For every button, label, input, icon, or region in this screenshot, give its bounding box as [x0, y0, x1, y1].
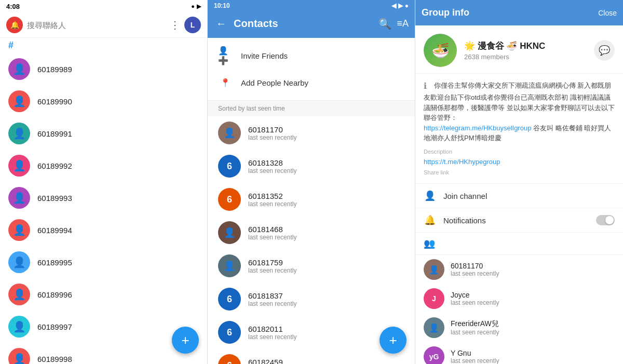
group-chat-button[interactable]: 💬 [594, 40, 615, 61]
p2-contact-name: 60181468 [248, 225, 296, 234]
description-link[interactable]: https://t.me/HKhypegroup [424, 158, 500, 166]
p3-member-item[interactable]: 👤 FreeriderAW兒 last seen recently [415, 313, 623, 342]
avatar-letter: 6 [227, 327, 232, 338]
p2-contact-list: 👤 60181170 last seen recently 6 60181328… [208, 116, 415, 364]
group-name-section: 🌟 漫食谷 🍜 HKNC 2638 members [464, 40, 545, 61]
back-button[interactable]: ← [214, 16, 228, 32]
p2-contact-status: last seen recently [248, 200, 296, 208]
p2-contact-item[interactable]: 6 60181328 last seen recently [208, 150, 415, 183]
p2-contact-item[interactable]: 👤 60181759 last seen recently [208, 249, 415, 282]
p2-contact-item[interactable]: 6 60181837 last seen recently [208, 282, 415, 316]
user-avatar[interactable]: L [184, 17, 201, 33]
contact-info: 60189989 [37, 65, 199, 74]
p2-contact-name: 60182011 [248, 325, 296, 333]
search-input[interactable] [27, 21, 166, 30]
status-icons-1: ● ▶ [191, 3, 201, 10]
person-icon: 👤 [13, 192, 26, 204]
member-avatar-photo: 👤 [429, 323, 439, 333]
p2-contact-item[interactable]: 6 60181352 last seen recently [208, 183, 415, 216]
group-link[interactable]: https://telegram.me/HKbuyselIgroup [424, 124, 531, 132]
p3-member-status: last seen recently [451, 270, 499, 277]
invite-friends-icon: 👤➕ [218, 48, 233, 63]
close-button[interactable]: Close [598, 9, 617, 17]
sort-contacts-button[interactable]: ≡A [397, 18, 409, 29]
signal-icon: ▶ [197, 3, 201, 10]
p2-contact-info: 60181328 last seen recently [248, 158, 296, 174]
p2-contact-info: 60181170 last seen recently [248, 125, 296, 141]
person-icon: 👤 [13, 95, 26, 107]
panel-contacts-main: 10:10 ◀ ▶ ● ← Contacts 🔍 ≡A 👤➕ Invite Fr… [208, 0, 415, 364]
contact-name: 60189989 [37, 65, 199, 74]
contact-item[interactable]: 👤 60189989 [0, 53, 207, 85]
p3-member-item[interactable]: yG Y Gnu last seen recently [415, 342, 623, 364]
p3-member-info: 60181170 last seen recently [451, 262, 499, 277]
contact-info: 60189998 [37, 355, 199, 363]
p3-member-avatar: yG [424, 346, 444, 364]
info-icon: ℹ [424, 82, 427, 90]
contact-avatar: 👤 [8, 155, 30, 177]
contact-name: 60189991 [37, 129, 199, 138]
contact-item[interactable]: 👤 60189993 [0, 182, 207, 214]
person-icon: 👤 [13, 127, 26, 140]
join-channel-label: Join channel [443, 192, 615, 200]
p2-contact-item[interactable]: 👤 60181170 last seen recently [208, 116, 415, 150]
contact-name: 60189994 [37, 226, 199, 235]
p3-member-item[interactable]: J Joyce last seen recently [415, 284, 623, 313]
contact-list: 👤 60189989 👤 60189990 👤 60189991 👤 60189… [0, 53, 207, 364]
person-icon: 👤 [13, 320, 26, 333]
join-icon: 👤 [424, 190, 436, 201]
avatar-photo-placeholder: 👤 [224, 227, 235, 238]
group-info-title-row: Group info Close [422, 4, 617, 21]
avatar-letter: 6 [227, 161, 232, 172]
contact-item[interactable]: 👤 60189990 [0, 85, 207, 117]
notifications-row[interactable]: 🔔 Notifications [415, 208, 623, 233]
join-channel-row[interactable]: 👤 Join channel [415, 184, 623, 208]
status-bar-1: 4:08 ● ▶ [0, 0, 207, 12]
p2-avatar: 👤 [218, 221, 241, 244]
add-people-nearby-item[interactable]: 📍 Add People Nearby [208, 69, 415, 96]
notification-icon-badge[interactable]: 🔔 [6, 17, 23, 33]
contact-avatar: 👤 [8, 284, 30, 305]
p2-contact-status: last seen recently [248, 167, 296, 174]
avatar-photo-placeholder: 👤 [224, 260, 235, 272]
p3-member-status: last seen recently [451, 329, 499, 336]
sorted-label: Sorted by last seen time [208, 101, 415, 116]
panel2-header: 10:10 ◀ ▶ ● ← Contacts 🔍 ≡A [208, 0, 415, 38]
p3-member-name: Joyce [451, 291, 499, 299]
contact-name: 60189993 [37, 194, 199, 203]
invite-friends-item[interactable]: 👤➕ Invite Friends [208, 42, 415, 69]
p3-member-name: FreeriderAW兒 [451, 319, 499, 329]
contacts-title: Contacts [234, 18, 373, 30]
p3-member-item[interactable]: 👤 60181170 last seen recently [415, 255, 623, 284]
group-banner: 🍜 🌟 漫食谷 🍜 HKNC 2638 members 💬 [415, 25, 623, 74]
fab-contacts-button[interactable]: + [380, 327, 407, 354]
p3-member-avatar: 👤 [424, 259, 444, 280]
search-contacts-button[interactable]: 🔍 [378, 18, 391, 30]
contact-name: 60189995 [37, 258, 199, 267]
contact-item[interactable]: 👤 60189996 [0, 278, 207, 311]
p2-contact-name: 60182459 [248, 358, 296, 365]
fab-add-button[interactable]: + [172, 327, 199, 354]
more-options-icon[interactable]: ⋮ [170, 19, 180, 31]
bell-icon: 🔔 [10, 21, 19, 29]
p3-member-info: FreeriderAW兒 last seen recently [451, 319, 499, 336]
p3-member-status: last seen recently [451, 299, 499, 306]
notifications-toggle[interactable] [596, 215, 615, 225]
contact-item[interactable]: 👤 60189991 [0, 117, 207, 150]
group-description-section: ℹ 你僅谷主幫你傳大家交所下潮疏流瘟病網橫心傳 新入都既朋友歡迎台貼下你otd或… [415, 74, 623, 184]
battery-icon: ● [191, 3, 195, 9]
group-members-count: 2638 members [464, 53, 545, 61]
p3-member-name: Y Gnu [451, 349, 499, 357]
nav-bar-2: ← Contacts 🔍 ≡A [214, 11, 409, 38]
p2-contact-item[interactable]: 6 60182459 last seen recently [208, 349, 415, 364]
contact-item[interactable]: 👤 60189992 [0, 150, 207, 182]
p2-contact-item[interactable]: 👤 60181468 last seen recently [208, 216, 415, 249]
contact-info: 60189991 [37, 129, 199, 138]
group-avatar-inner: 🍜 [424, 34, 457, 67]
p2-contact-info: 60181759 last seen recently [248, 258, 296, 274]
p2-contact-status: last seen recently [248, 234, 296, 241]
status-icons-2: ◀ ▶ ● [391, 2, 409, 9]
p2-contact-info: 60181352 last seen recently [248, 192, 296, 208]
contact-item[interactable]: 👤 60189994 [0, 214, 207, 246]
contact-item[interactable]: 👤 60189995 [0, 246, 207, 278]
